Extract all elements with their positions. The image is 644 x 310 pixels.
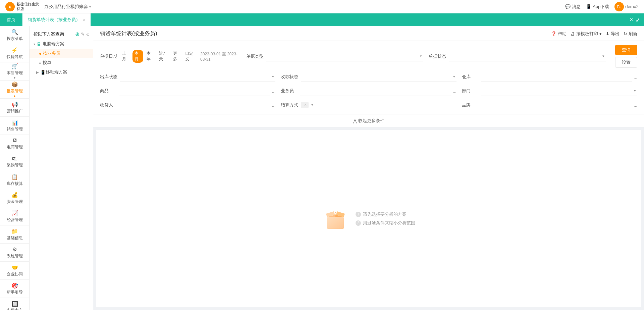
sidebar-item-marketing[interactable]: 📢 营销推广 [0,99,29,117]
settlement-tag-remove[interactable]: × [304,103,307,107]
purchase-icon: 🛍 [12,156,17,162]
tree-mobile-group[interactable]: ▶ 📱 移动端方案 [30,67,93,77]
sidebar-item-purchase[interactable]: 🛍 采购管理 [0,153,29,171]
edit-scheme-button[interactable]: ✎ [81,32,85,37]
refresh-icon: ↻ [624,31,627,36]
tree-arrow-icon: ▾ [34,42,35,46]
date-btn-more[interactable]: 更多 [171,50,182,63]
goods-input[interactable] [119,86,270,96]
sales-icon: 📊 [11,119,18,126]
filter-warehouse: 仓库 ... [462,72,637,82]
tab-maximize-icon[interactable]: ⤢ [636,17,640,23]
sidebar-item-wholesale[interactable]: 📦 批发管理 ▴ [0,81,29,99]
receiver-dots[interactable]: ... [272,103,275,108]
settlement-chevron-icon[interactable]: ▾ [311,103,313,107]
app-download-button[interactable]: 📱 App下载 [586,4,609,10]
brand-input[interactable] [481,100,632,110]
department-select[interactable]: ▾ [481,86,637,96]
sidebar-item-system[interactable]: ⚙ 系统管理 [0,244,29,262]
receiver-input[interactable] [119,100,270,110]
header-left: 好 畅捷信好生意 标版 办公用品行业模拟账套 ▾ [5,2,94,11]
help-icon: ❓ [551,31,556,36]
doctype-label: 单据类型 [246,53,264,59]
sidebar-item-basic[interactable]: 📁 基础信息 [0,225,29,244]
warehouse-dots[interactable]: ... [634,74,637,80]
tab-home[interactable]: 首页 [0,13,22,26]
content-area: 按以下方案查询 ⊕ ✎ « ▾ 🖥 电脑端方案 ● 按业务员 ≡ 按单 [30,26,644,310]
quicknav-icon: ⚡ [11,47,18,53]
sidebar-item-enterprise[interactable]: 🤝 企业协同 [0,262,29,280]
filter-row-2: 出库状态 ▾ 收款状态 ▾ 仓库 [100,72,637,82]
date-btn-custom[interactable]: 自定义 [183,50,198,63]
tab-bar: 首页 销货单统计表（按业务员） × × ⤢ [0,13,644,26]
empty-tip-2: 2 用过滤条件来缩小分析范围 [356,220,415,226]
sidebar-item-search[interactable]: 🔍 搜索菜单 [0,26,29,44]
template-print-button[interactable]: 🖨 按模板打印 ▾ [571,31,602,37]
tab-minimize-icon[interactable]: × [630,17,633,23]
filter-row-4: 收货人 ... 结算方式 × ▾ [100,100,637,114]
date-btn-thisyear[interactable]: 本年 [145,50,156,63]
docstatus-select[interactable]: ▾ [449,51,606,61]
date-btn-lastmonth[interactable]: 上月 [120,50,131,63]
download-icon: 📱 [586,4,591,9]
settlement-tag: × [301,102,309,108]
order-icon: ≡ [39,60,41,65]
sidebar-item-guide[interactable]: 🎯 新手引导 [0,280,29,298]
sidebar-item-operations[interactable]: 📈 经营管理 [0,207,29,225]
sidebar-item-sales[interactable]: 📊 销售管理 [0,117,29,135]
filter-doctype: 单据类型 ▾ [246,51,423,61]
collapse-button[interactable]: ⋀ 收起更多条件 [349,116,388,125]
department-chevron-icon: ▾ [634,89,636,93]
collapse-panel-button[interactable]: « [86,32,89,37]
add-scheme-button[interactable]: ⊕ [75,31,79,37]
tab-close-icon[interactable]: × [83,17,85,22]
nav-dropdown-icon: ▾ [89,5,91,9]
print-dropdown-icon: ▾ [599,31,602,36]
enterprise-icon: 🤝 [11,264,18,271]
date-label: 单据日期 [100,53,117,59]
page-title-row: 销货单统计表(按业务员) ❓ 帮助 🖨 按模板打印 ▾ ⬇ [100,30,637,37]
goods-dots[interactable]: ... [272,89,275,94]
apps-icon: 🔲 [11,301,18,307]
sidebar-item-finance[interactable]: 💰 资金管理 [0,189,29,207]
filter-goods: 商品 ... [100,86,275,96]
salesperson-dots[interactable]: ... [453,89,457,94]
desktop-icon: 🖥 [37,41,41,47]
sidebar-item-apps[interactable]: 🔲 应用中心 [0,298,29,310]
settings-button[interactable]: 设置 [615,57,637,68]
salesperson-label: 业务员 [281,88,298,94]
sidebar-item-inventory[interactable]: 📋 库存核算 [0,171,29,189]
panel-header-actions: ⊕ ✎ « [75,31,89,37]
refresh-button[interactable]: ↻ 刷新 [624,31,637,37]
sidebar-item-retail[interactable]: 🛒 零售管理 ▾ [0,62,29,81]
tree-desktop-group[interactable]: ▾ 🖥 电脑端方案 [30,39,93,49]
empty-tips: 1 请先选择要分析的方案 2 用过滤条件来缩小分析范围 [356,211,415,226]
collapse-up-icon: ⋀ [353,118,357,123]
receiptstatus-select[interactable]: ▾ [301,72,456,82]
message-button[interactable]: 💬 消息 [565,4,581,10]
filter-date: 单据日期 上月 本月 本年 近7天 更多 自定义 2023-03-01 至 20… [100,50,241,63]
warehouse-input[interactable] [481,72,632,82]
tree-child-salesperson[interactable]: ● 按业务员 [30,49,93,58]
tab-active[interactable]: 销货单统计表（按业务员） × [22,13,91,26]
filter-row-3: 商品 ... 业务员 ... 部门 ▾ [100,86,637,96]
query-button[interactable]: 查询 [615,45,637,55]
salesperson-input[interactable] [300,86,451,96]
outstatus-select[interactable]: ▾ [120,72,275,82]
help-button[interactable]: ❓ 帮助 [551,31,567,37]
sidebar-item-quicknav[interactable]: ⚡ 快捷导航 [0,44,29,62]
settlement-label: 结算方式 [281,102,298,108]
marketing-icon: 📢 [11,101,18,108]
message-icon: 💬 [565,4,571,9]
doctype-select[interactable]: ▾ [266,51,423,61]
brand-dots[interactable]: ... [634,103,637,108]
date-btn-thismonth[interactable]: 本月 [132,50,144,63]
date-btn-last7[interactable]: 近7天 [157,50,170,63]
tree-child-order[interactable]: ≡ 按单 [30,58,93,67]
outstatus-chevron-icon: ▾ [272,74,274,79]
left-panel: 按以下方案查询 ⊕ ✎ « ▾ 🖥 电脑端方案 ● 按业务员 ≡ 按单 [30,26,93,310]
nav-label[interactable]: 办公用品行业模拟账套 ▾ [42,4,94,10]
user-menu[interactable]: Ea demo2 [614,2,639,11]
sidebar-item-ecommerce[interactable]: 🖥 电商管理 [0,135,29,153]
export-button[interactable]: ⬇ 导出 [606,31,620,37]
